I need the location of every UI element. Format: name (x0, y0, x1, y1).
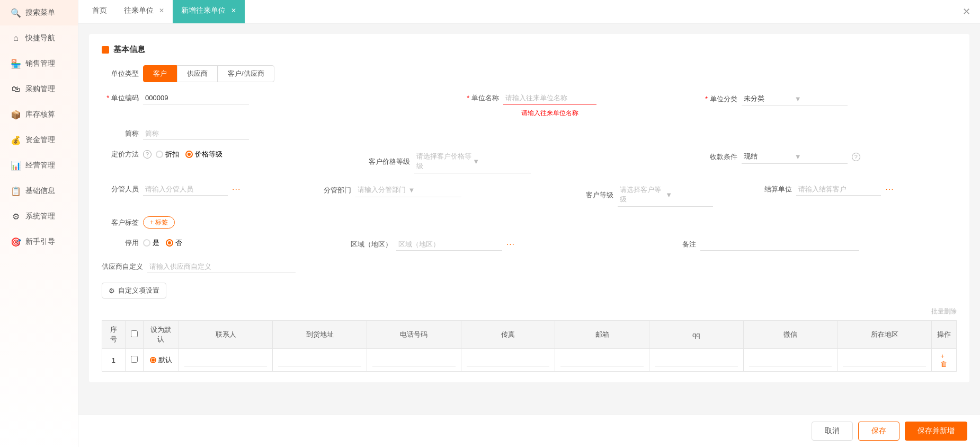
custom-settings-button[interactable]: ⚙ 自定义项设置 (102, 283, 166, 299)
th-region: 所在地区 (838, 321, 932, 349)
row-delete-button[interactable]: 🗑 (940, 360, 947, 368)
disabled-no-label: 否 (175, 238, 182, 248)
th-email: 邮箱 (555, 321, 649, 349)
sidebar-item-label: 新手引导 (25, 237, 55, 247)
pricing-row: 定价方法 ? 折扣 价格等级 (102, 150, 957, 173)
row-region-input[interactable] (843, 354, 926, 366)
short-name-label: 简称 (102, 129, 139, 138)
add-tag-button[interactable]: + 标签 (143, 216, 175, 229)
sidebar-item-finance[interactable]: 💰 资金管理 (0, 127, 78, 153)
region-label: 区域（地区） (351, 240, 392, 249)
sidebar-item-inventory[interactable]: 📦 库存核算 (0, 102, 78, 127)
region-input[interactable] (396, 238, 502, 251)
row-phone-input[interactable] (372, 354, 456, 366)
price-level-select[interactable]: 请选择客户价格等级 ▼ (414, 150, 531, 173)
name-input[interactable] (503, 92, 596, 104)
tab-home-label: 首页 (92, 6, 107, 15)
row-add-button[interactable]: + (940, 352, 945, 360)
row-email[interactable] (555, 349, 649, 372)
tab-new-unit-close[interactable]: ✕ (231, 7, 236, 14)
table-header-row: 序号 设为默认 联系人 到货地址 电话号码 传真 邮箱 qq 微信 所在地区 (102, 321, 957, 349)
tab-new-unit[interactable]: 新增往来单位 ✕ (173, 0, 245, 23)
table-row: 1 默认 (102, 349, 957, 372)
row-fax-input[interactable] (467, 354, 550, 366)
row-qq[interactable] (649, 349, 744, 372)
close-all-tabs[interactable]: ✕ (958, 6, 975, 17)
pricing-help-icon[interactable]: ? (143, 150, 152, 159)
row-wechat-input[interactable] (749, 354, 832, 366)
customer-level-placeholder: 请选择客户等级 (620, 185, 665, 204)
name-error-msg: 请输入往来单位名称 (521, 109, 578, 117)
row-phone[interactable] (367, 349, 461, 372)
payment-label: 收款条件 (700, 152, 737, 162)
disabled-field: 停用 是 否 (102, 238, 340, 248)
batch-delete-button[interactable]: 批量删除 (931, 307, 957, 316)
unit-type-group: 客户 供应商 客户/供应商 (143, 65, 274, 82)
cancel-button[interactable]: 取消 (812, 422, 853, 441)
remark-input[interactable] (700, 238, 859, 251)
row-address[interactable] (273, 349, 367, 372)
dept-select[interactable]: 请输入分管部门 ▼ (355, 183, 461, 197)
tab-units[interactable]: 往来单位 ✕ (115, 0, 173, 23)
sidebar-item-label: 资金管理 (25, 135, 55, 145)
select-all-checkbox[interactable] (131, 330, 138, 337)
unit-btn-customer[interactable]: 客户 (143, 65, 177, 82)
category-field: 单位分类 未分类 ▼ (700, 92, 957, 106)
sidebar-item-system[interactable]: ⚙ 系统管理 (0, 204, 78, 229)
row-qq-input[interactable] (655, 354, 738, 366)
save-button[interactable]: 保存 (858, 422, 899, 441)
row-checkbox-input[interactable] (131, 356, 138, 363)
tab-home[interactable]: 首页 (84, 0, 115, 23)
manager-dots[interactable]: ··· (232, 185, 240, 194)
payment-chevron: ▼ (795, 153, 845, 161)
section-title-text: 基本信息 (113, 45, 145, 55)
row-fax[interactable] (461, 349, 555, 372)
row-contact-input[interactable] (184, 354, 268, 366)
disabled-label: 停用 (102, 238, 139, 248)
unit-btn-supplier[interactable]: 供应商 (177, 65, 218, 82)
disabled-no[interactable]: 否 (166, 238, 182, 248)
pricing-price-level[interactable]: 价格等级 (185, 150, 222, 159)
region-dots[interactable]: ··· (506, 240, 515, 249)
payment-select[interactable]: 现结 ▼ (742, 150, 848, 164)
row-checkbox (125, 349, 143, 372)
unit-btn-both[interactable]: 客户/供应商 (218, 65, 274, 82)
manager-input[interactable] (143, 183, 228, 196)
row-region[interactable] (838, 349, 932, 372)
settings-btn-label: 自定义项设置 (118, 286, 159, 295)
dept-field: 分管部门 请输入分管部门 ▼ (314, 183, 566, 197)
dept-placeholder: 请输入分管部门 (358, 185, 408, 195)
price-level-select-label: 客户价格等级 (369, 157, 410, 166)
pricing-discount[interactable]: 折扣 (156, 150, 179, 159)
row-address-input[interactable] (278, 354, 361, 366)
manager-row: 分管人员 ··· 分管部门 请输入分管部门 ▼ 客户等级 (102, 183, 957, 207)
tab-units-close[interactable]: ✕ (159, 7, 164, 14)
sidebar-item-label: 经营管理 (25, 161, 55, 170)
sidebar-item-sales[interactable]: 🏪 销售管理 (0, 51, 78, 76)
save-new-button[interactable]: 保存并新增 (905, 422, 967, 441)
row-wechat[interactable] (743, 349, 838, 372)
supplier-custom-input[interactable] (147, 260, 296, 273)
settlement-dots[interactable]: ··· (885, 185, 894, 194)
row-email-input[interactable] (560, 354, 644, 366)
sidebar-item-purchase[interactable]: 🛍 采购管理 (0, 76, 78, 102)
category-label: 单位分类 (700, 94, 737, 104)
row-default-radio[interactable] (150, 357, 156, 363)
row-contact[interactable] (179, 349, 273, 372)
disabled-yes[interactable]: 是 (143, 238, 159, 248)
sidebar-item-guide[interactable]: 🎯 新手引导 (0, 229, 78, 255)
customer-level-select[interactable]: 请选择客户等级 ▼ (618, 183, 713, 207)
short-name-row: 简称 (102, 127, 957, 140)
category-select[interactable]: 未分类 ▼ (742, 92, 848, 106)
supplier-custom-row: 供应商自定义 (102, 260, 957, 273)
short-name-input[interactable] (143, 127, 249, 140)
sidebar-item-search[interactable]: 🔍 搜索菜单 (0, 0, 78, 25)
payment-help-icon[interactable]: ? (852, 153, 860, 161)
sidebar-item-quick-nav[interactable]: ⌂ 快捷导航 (0, 25, 78, 51)
sidebar-item-basic[interactable]: 📋 基础信息 (0, 178, 78, 204)
disabled-yes-label: 是 (153, 238, 159, 248)
sidebar-item-label: 采购管理 (25, 84, 55, 94)
settlement-input[interactable] (796, 183, 881, 196)
sidebar-item-operations[interactable]: 📊 经营管理 (0, 153, 78, 178)
code-input[interactable] (143, 92, 249, 104)
